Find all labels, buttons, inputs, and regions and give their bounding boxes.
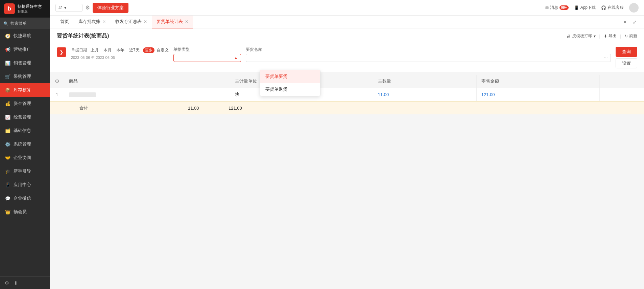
this-month-btn[interactable]: 本月 <box>102 47 113 54</box>
expand-tabs-btn[interactable]: ⤢ <box>630 18 639 26</box>
close-inventory-batch-tab[interactable]: ✕ <box>102 19 106 24</box>
app-company: 畅捷通好生意 <box>18 4 42 9</box>
sidebar-item-purchase[interactable]: 🛒 采购管理 <box>0 70 50 83</box>
sidebar-item-enterprise[interactable]: 🤝 企业协同 <box>0 151 50 164</box>
date-shortcuts: 上月 本月 本年 近7天 更多 自定义 <box>89 47 169 54</box>
row-extra <box>600 88 644 101</box>
nav-icon-purchase: 🛒 <box>5 74 11 79</box>
filter-expand-btn[interactable]: ❯ <box>57 47 66 57</box>
nav-label-base-info: 基础信息 <box>14 128 31 134</box>
warehouse-more-icon[interactable]: ⋯ <box>604 55 608 60</box>
table-settings-icon[interactable]: ⚙ <box>55 78 59 84</box>
nav-label-enterprise: 企业协同 <box>14 155 31 161</box>
filter-actions: 查询 设置 <box>616 47 637 68</box>
tab-order-stats-label: 要货单统计表 <box>157 19 183 25</box>
custom-date-btn[interactable]: 自定义 <box>157 47 169 53</box>
page-header: 要货单统计表(按商品) 🖨 按模板打印 ▾ | ⬇ 导出 | ↻ 刷新 <box>50 28 644 43</box>
last-month-btn[interactable]: 上月 <box>89 47 100 54</box>
print-chevron-icon: ▾ <box>594 34 596 39</box>
footer-qty-val: 11.00 <box>183 106 224 111</box>
sidebar-item-wechat[interactable]: 💬 企业微信 <box>0 192 50 205</box>
close-receive-summary-tab[interactable]: ✕ <box>144 19 147 24</box>
action-divider-1: | <box>599 34 600 39</box>
messages-btn[interactable]: ✉ 消息 99+ <box>545 5 569 10</box>
message-icon: ✉ <box>545 5 549 10</box>
nav-icon-wechat: 💬 <box>5 196 11 201</box>
sidebar-item-app-center[interactable]: 📱 应用中心 <box>0 178 50 192</box>
sidebar-item-sales[interactable]: 📊 销售管理 <box>0 56 50 70</box>
tab-inventory-batch[interactable]: 库存批次账 ✕ <box>74 16 111 28</box>
toggle-bottom-btn[interactable]: ⏸ <box>14 280 19 286</box>
sidebar-bottom: ⚙ ⏸ <box>0 276 50 289</box>
sidebar-item-operations[interactable]: 📈 经营管理 <box>0 110 50 124</box>
query-button[interactable]: 查询 <box>616 47 637 57</box>
nav-label-wechat: 企业微信 <box>14 195 31 201</box>
filter-settings-button[interactable]: 设置 <box>616 58 637 68</box>
dropdown-item-order[interactable]: 要货单要货 <box>260 70 320 83</box>
messages-label: 消息 <box>550 5 558 10</box>
user-avatar[interactable] <box>629 3 639 13</box>
dropdown-item-return[interactable]: 要货单退货 <box>260 83 320 96</box>
nav-label-purchase: 采购管理 <box>14 73 31 80</box>
search-label: 搜索菜单 <box>10 21 27 26</box>
sidebar-item-guide[interactable]: 🎓 新手引导 <box>0 164 50 178</box>
topbar-gear-icon[interactable]: ⚙ <box>85 4 90 11</box>
close-all-tabs-btn[interactable]: ✕ <box>621 18 629 26</box>
table-footer: 合计 11.00 121.00 <box>50 101 644 114</box>
date-filter-group: 单据日期 上月 本月 本年 近7天 更多 自定义 2023-05-06 至 20… <box>71 47 169 60</box>
date-label: 单据日期 <box>71 47 87 53</box>
this-year-btn[interactable]: 本年 <box>115 47 126 54</box>
nav-label-member: 畅会员 <box>14 209 27 215</box>
online-service-btn[interactable]: 🎧 在线客服 <box>601 5 624 10</box>
app-download-btn[interactable]: 📱 App下载 <box>574 5 596 10</box>
type-filter-value <box>176 55 177 60</box>
refresh-btn[interactable]: ↻ 刷新 <box>624 33 637 39</box>
action-divider-2: | <box>620 34 621 39</box>
sidebar-nav: 🧭 快捷导航 📢 营销推广 📊 销售管理 🛒 采购管理 📦 库存核算 💰 资金管… <box>0 29 50 276</box>
nav-icon-member: 👑 <box>5 209 11 215</box>
col-settings[interactable]: ⚙ <box>50 75 64 88</box>
col-product: 商品 <box>64 75 230 88</box>
topbar-left: 41 ▾ ⚙ 体验行业方案 <box>55 3 541 13</box>
refresh-label: 刷新 <box>629 33 637 39</box>
warehouse-input[interactable]: ⋯ <box>246 54 611 62</box>
sidebar: b 畅捷通好生意 标准版 🔍 搜索菜单 🧭 快捷导航 📢 营销推广 📊 销售管理… <box>0 0 50 289</box>
chevron-right-icon: ❯ <box>59 49 64 55</box>
online-service-label: 在线客服 <box>607 5 624 10</box>
trial-button[interactable]: 体验行业方案 <box>93 3 128 13</box>
tab-home[interactable]: 首页 <box>55 16 74 28</box>
print-template-btn[interactable]: 🖨 按模板打印 ▾ <box>567 33 596 39</box>
sidebar-item-quick-nav[interactable]: 🧭 快捷导航 <box>0 29 50 43</box>
footer-qty <box>116 106 183 111</box>
nav-label-guide: 新手引导 <box>14 168 31 174</box>
last-7-days-btn[interactable]: 近7天 <box>128 47 141 54</box>
tab-order-stats[interactable]: 要货单统计表 ✕ <box>152 16 193 28</box>
tab-receive-summary-label: 收发存汇总表 <box>115 19 142 25</box>
row-amount[interactable]: 121.00 <box>476 88 600 101</box>
nav-icon-enterprise: 🤝 <box>5 155 11 160</box>
sidebar-item-system[interactable]: ⚙️ 系统管理 <box>0 137 50 151</box>
type-filter-select[interactable]: ▲ <box>173 54 241 62</box>
sidebar-item-member[interactable]: 👑 畅会员 <box>0 205 50 219</box>
sidebar-item-inventory[interactable]: 📦 库存核算 <box>0 83 50 97</box>
sidebar-item-finance[interactable]: 💰 资金管理 <box>0 97 50 110</box>
nav-label-system: 系统管理 <box>14 141 31 147</box>
search-icon: 🔍 <box>3 21 8 26</box>
page-title: 要货单统计表(按商品) <box>57 32 109 43</box>
app-logo-icon: b <box>4 3 15 14</box>
table-row: 1 块 11.00 121.00 <box>50 88 644 101</box>
sidebar-item-marketing[interactable]: 📢 营销推广 <box>0 43 50 56</box>
more-dates-btn[interactable]: 更多 <box>143 47 154 53</box>
sidebar-search[interactable]: 🔍 搜索菜单 <box>0 18 50 29</box>
nav-label-finance: 资金管理 <box>14 101 31 107</box>
sidebar-item-base-info[interactable]: 🗂️ 基础信息 <box>0 124 50 137</box>
row-qty[interactable]: 11.00 <box>373 88 476 101</box>
breadcrumb-select[interactable]: 41 ▾ <box>55 4 82 12</box>
warehouse-filter-group: 要货仓库 ⋯ <box>246 47 611 62</box>
settings-bottom-btn[interactable]: ⚙ <box>5 280 9 286</box>
col-amount: 零售金额 <box>476 75 600 88</box>
export-btn[interactable]: ⬇ 导出 <box>604 33 617 39</box>
warehouse-label: 要货仓库 <box>246 47 611 52</box>
tab-receive-summary[interactable]: 收发存汇总表 ✕ <box>111 16 152 28</box>
close-order-stats-tab[interactable]: ✕ <box>185 19 188 24</box>
